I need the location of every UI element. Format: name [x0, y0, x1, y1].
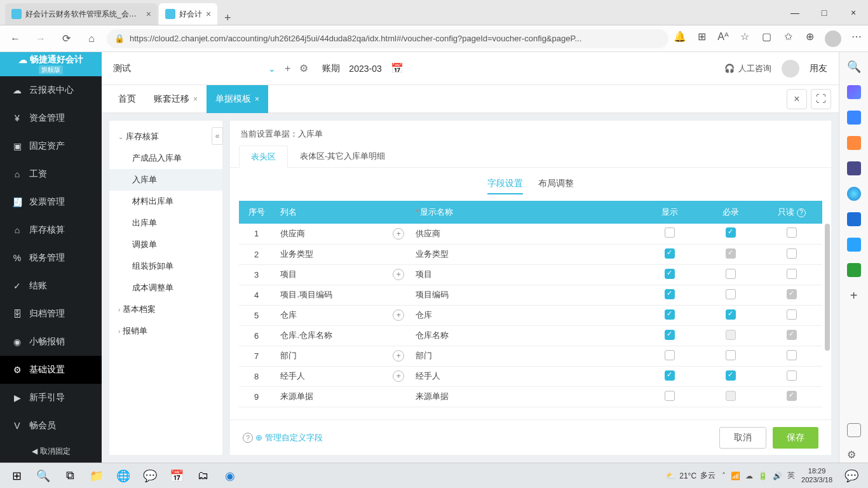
cell-display[interactable]: 仓库名称	[409, 325, 639, 346]
checkbox[interactable]	[665, 269, 675, 279]
cell-display[interactable]: 业务类型	[409, 244, 639, 264]
page-tab-0[interactable]: 首页	[109, 85, 145, 113]
checkbox[interactable]	[726, 227, 736, 238]
collections-icon[interactable]: ▢	[760, 30, 773, 47]
checkbox[interactable]	[665, 289, 675, 299]
new-tab-button[interactable]: +	[219, 11, 236, 25]
tree-group-basic[interactable]: ›基本档案	[109, 299, 222, 320]
games-icon[interactable]	[847, 161, 861, 175]
tree-item-6[interactable]: 成本调整单	[109, 277, 222, 299]
close-icon[interactable]: ×	[255, 95, 259, 104]
add-field-icon[interactable]: +	[393, 370, 404, 382]
files-app-icon[interactable]: 📁	[84, 463, 109, 489]
checkbox[interactable]	[665, 309, 675, 320]
notifications-button[interactable]: 💬	[839, 463, 864, 489]
org-dropdown[interactable]: 测试 ⌄	[113, 63, 276, 74]
tree-group-inventory[interactable]: ⌄库存核算	[109, 126, 222, 147]
volume-icon[interactable]: 🔊	[773, 471, 782, 480]
nav-item-5[interactable]: ⌂库存核算	[0, 216, 102, 244]
checkbox[interactable]	[726, 370, 736, 381]
nav-item-8[interactable]: 🗄归档管理	[0, 300, 102, 328]
window-close-button[interactable]: ×	[839, 0, 868, 25]
notification-icon[interactable]: 🔔	[674, 30, 686, 47]
search-button[interactable]: 🔍	[31, 463, 56, 489]
wifi-icon[interactable]: 📶	[731, 471, 740, 480]
fullscreen-button[interactable]: ⛶	[811, 89, 831, 109]
page-tab-2[interactable]: 单据模板×	[207, 85, 268, 113]
tree-group-expense[interactable]: ›报销单	[109, 320, 222, 342]
tree-item-4[interactable]: 调拨单	[109, 234, 222, 255]
checkbox[interactable]	[787, 248, 797, 259]
add-field-icon[interactable]: +	[393, 269, 404, 280]
forward-button[interactable]: →	[31, 29, 51, 49]
back-button[interactable]: ←	[5, 29, 25, 49]
nav-item-12[interactable]: V畅会员	[0, 412, 102, 440]
checkbox[interactable]	[665, 330, 675, 340]
battery-icon[interactable]: 🔋	[758, 471, 768, 480]
outlook-icon[interactable]	[847, 212, 861, 226]
shopping-icon[interactable]	[847, 111, 861, 125]
ime-indicator[interactable]: 英	[787, 470, 795, 481]
settings-icon[interactable]: ⚙	[299, 62, 308, 74]
tree-item-1[interactable]: 入库单	[109, 169, 222, 191]
start-button[interactable]: ⊞	[4, 463, 29, 489]
copilot-icon[interactable]	[847, 85, 861, 99]
text-size-icon[interactable]: Aᴬ	[717, 30, 729, 47]
address-bar[interactable]: 🔒 https://cloud2.chanjet.com/accounting/…	[107, 29, 668, 48]
extensions-icon[interactable]: ⊞	[695, 30, 708, 47]
checkbox[interactable]	[665, 227, 675, 238]
collapse-nav-button[interactable]: ◀取消固定	[0, 440, 102, 463]
sec-tab-1[interactable]: 布局调整	[538, 178, 574, 194]
system-tray[interactable]: ˄ 📶 ☁ 🔋 🔊 英	[722, 470, 795, 481]
sub-tab-1[interactable]: 表体区-其它入库单明细	[288, 145, 397, 167]
sub-tab-0[interactable]: 表头区	[239, 146, 288, 168]
calendar-app-icon[interactable]: 📅	[164, 463, 189, 489]
nav-item-7[interactable]: ✓结账	[0, 272, 102, 300]
weather-widget[interactable]: ⛅ 21°C 多云	[666, 470, 715, 481]
checkbox[interactable]	[787, 370, 797, 381]
manage-custom-fields-link[interactable]: ?⊕ 管理自定义字段	[243, 432, 323, 444]
clock[interactable]: 18:29 2023/3/18	[801, 467, 832, 484]
home-button[interactable]: ⌂	[81, 29, 102, 49]
edge-app-icon[interactable]: ◉	[217, 463, 243, 489]
cell-display[interactable]: 来源单据	[409, 386, 639, 407]
save-button[interactable]: 保存	[773, 427, 818, 449]
window-maximize-button[interactable]: □	[810, 0, 839, 25]
sidebar-toggle-icon[interactable]	[847, 423, 861, 437]
sec-tab-0[interactable]: 字段设置	[487, 178, 523, 194]
add-field-icon[interactable]: +	[393, 350, 404, 362]
checkbox[interactable]	[665, 248, 675, 259]
cell-display[interactable]: 供应商	[409, 224, 639, 244]
nav-item-0[interactable]: ☁云报表中心	[0, 76, 102, 104]
reading-list-icon[interactable]: ⊕	[803, 30, 816, 47]
nav-item-4[interactable]: 🧾发票管理	[0, 188, 102, 216]
more-icon[interactable]: ⋯	[850, 30, 863, 47]
search-icon[interactable]: 🔍	[847, 60, 861, 74]
add-field-icon[interactable]: +	[393, 228, 404, 240]
add-field-icon[interactable]: +	[393, 309, 404, 321]
checkbox[interactable]	[787, 309, 797, 320]
close-icon[interactable]: ×	[146, 9, 151, 19]
checkbox[interactable]	[665, 370, 675, 381]
scrollbar[interactable]	[825, 224, 830, 351]
checkbox[interactable]	[726, 350, 736, 360]
tree-item-3[interactable]: 出库单	[109, 212, 222, 234]
add-button[interactable]: +	[285, 63, 290, 74]
close-icon[interactable]: ×	[206, 9, 211, 19]
checkbox[interactable]	[787, 227, 797, 238]
cell-display[interactable]: 项目编码	[409, 285, 639, 305]
efficiency-icon[interactable]	[847, 263, 861, 277]
explorer-icon[interactable]: 🗂	[191, 463, 216, 489]
nav-item-11[interactable]: ▶新手引导	[0, 384, 102, 412]
nav-item-6[interactable]: %税务管理	[0, 244, 102, 272]
nav-item-2[interactable]: ▣固定资产	[0, 132, 102, 160]
tools-icon[interactable]	[847, 136, 861, 150]
calendar-icon[interactable]: 📅	[391, 62, 403, 74]
cell-display[interactable]: 仓库	[409, 305, 639, 325]
checkbox[interactable]	[665, 350, 675, 360]
checkbox[interactable]	[665, 391, 675, 401]
nav-item-10[interactable]: ⚙基础设置	[0, 356, 102, 384]
cell-display[interactable]: 经手人	[409, 366, 639, 386]
tree-item-5[interactable]: 组装拆卸单	[109, 255, 222, 277]
sidebar-settings-icon[interactable]: ⚙	[847, 449, 861, 463]
